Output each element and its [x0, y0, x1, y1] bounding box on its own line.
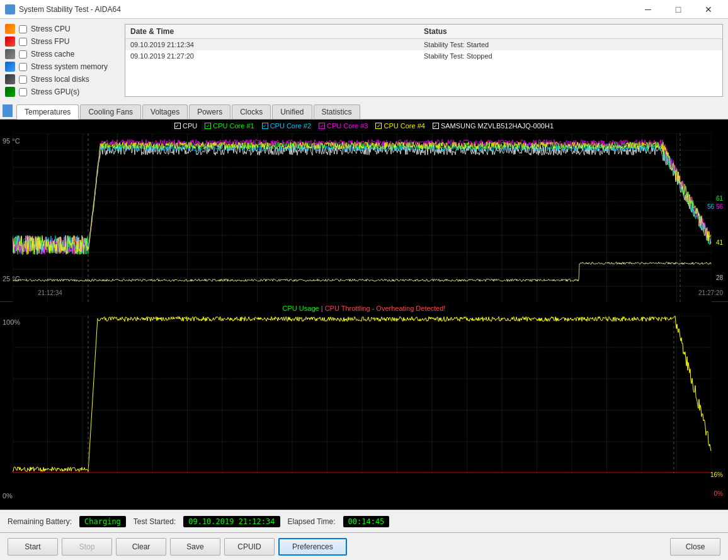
clear-button[interactable]: Clear [116, 538, 166, 556]
log-datetime-2: 09.10.2019 21:27:20 [130, 52, 424, 60]
cache-icon [5, 49, 15, 59]
log-panel: Date & Time Status 09.10.2019 21:12:34 S… [125, 24, 723, 97]
legend-core4[interactable]: ✓ CPU Core #4 [375, 122, 424, 130]
stress-gpu-label[interactable]: Stress GPU(s) [31, 87, 79, 96]
close-window-button[interactable]: ✕ [694, 0, 723, 19]
close-button[interactable]: Close [670, 538, 720, 556]
tabs-bar: Temperatures Cooling Fans Voltages Power… [0, 102, 728, 120]
stress-disk-checkbox[interactable] [19, 76, 27, 84]
val-56b: 56 [707, 203, 714, 210]
legend-core4-label: CPU Core #4 [384, 122, 424, 130]
legend-cpu-label: CPU [183, 122, 197, 130]
legend-core1[interactable]: ✓ CPU Core #1 [205, 122, 254, 130]
disk-icon [5, 74, 15, 84]
legend-core3[interactable]: ✓ CPU Core #3 [319, 122, 368, 130]
top-area: Stress CPU Stress FPU Stress cache Stres… [0, 19, 728, 102]
tab-clocks[interactable]: Clocks [232, 104, 271, 119]
log-header-datetime: Date & Time [130, 27, 424, 36]
stress-fpu-checkbox[interactable] [19, 38, 27, 46]
main-container: Stress CPU Stress FPU Stress cache Stres… [0, 19, 728, 560]
legend-samsung[interactable]: ✓ SAMSUNG MZVLB512HAJQ-000H1 [433, 122, 554, 130]
app-icon [5, 4, 15, 14]
stop-button[interactable]: Stop [62, 538, 112, 556]
chart-legend: ✓ CPU ✓ CPU Core #1 ✓ CPU Core #2 ✓ CPU … [0, 122, 728, 130]
log-datetime-1: 09.10.2019 21:12:34 [130, 41, 424, 48]
battery-label: Remaining Battery: [8, 517, 72, 526]
val-0: 0% [714, 490, 723, 497]
legend-core2[interactable]: ✓ CPU Core #2 [262, 122, 311, 130]
stress-fpu-label[interactable]: Stress FPU [31, 37, 69, 46]
legend-cpu[interactable]: ✓ CPU [174, 122, 197, 130]
stress-fpu-item: Stress FPU [5, 36, 118, 47]
checkbox-panel: Stress CPU Stress FPU Stress cache Stres… [5, 24, 118, 97]
chart-x-start: 21:12:34 [38, 289, 62, 296]
val-56a: 56 [716, 203, 723, 210]
val-41: 41 [716, 239, 723, 246]
log-status-1: Stability Test: Started [424, 41, 717, 48]
tab-indicator [3, 104, 13, 117]
legend-core1-label: CPU Core #1 [213, 122, 254, 130]
log-header: Date & Time Status [125, 25, 722, 39]
stress-mem-checkbox[interactable] [19, 63, 27, 71]
cpu-usage-label: CPU Usage [283, 305, 319, 312]
chart-y-min: 25 °C [3, 275, 20, 283]
stress-gpu-item: Stress GPU(s) [5, 87, 118, 97]
cpu-y-max: 100% [3, 318, 20, 326]
cpuid-button[interactable]: CPUID [224, 538, 275, 556]
legend-core3-label: CPU Core #3 [327, 122, 368, 130]
cpu-y-min: 0% [3, 492, 13, 500]
cpu-throttling-label: CPU Throttling - Overheating Detected! [325, 305, 446, 312]
minimize-button[interactable]: ─ [634, 0, 663, 19]
stress-disk-item: Stress local disks [5, 74, 118, 84]
legend-samsung-label: SAMSUNG MZVLB512HAJQ-000H1 [441, 122, 554, 130]
log-row-1: 09.10.2019 21:12:34 Stability Test: Star… [125, 39, 722, 50]
preferences-button[interactable]: Preferences [278, 538, 347, 556]
tab-statistics[interactable]: Statistics [314, 104, 360, 119]
title-bar: System Stability Test - AIDA64 ─ □ ✕ [0, 0, 728, 19]
stress-mem-label[interactable]: Stress system memory [31, 62, 108, 71]
mem-icon [5, 62, 15, 72]
stress-cpu-label[interactable]: Stress CPU [31, 25, 71, 33]
battery-value: Charging [79, 516, 126, 527]
button-bar: Start Stop Clear Save CPUID Preferences … [0, 532, 728, 560]
temperature-canvas [13, 133, 712, 303]
elapsed-value: 00:14:45 [343, 516, 390, 527]
tab-voltages[interactable]: Voltages [142, 104, 188, 119]
val-28: 28 [716, 274, 723, 281]
val-61: 61 [716, 195, 723, 202]
tab-cooling-fans[interactable]: Cooling Fans [80, 104, 141, 119]
tab-powers[interactable]: Powers [189, 104, 230, 119]
maximize-button[interactable]: □ [664, 0, 693, 19]
chart-x-end: 21:27:20 [698, 289, 723, 296]
cpu-usage-title: CPU Usage | CPU Throttling - Overheating… [0, 305, 728, 312]
stress-cpu-item: Stress CPU [5, 24, 118, 34]
fpu-icon [5, 36, 15, 47]
cpu-icon [5, 24, 15, 34]
chart-y-max: 95 °C [3, 137, 20, 145]
stress-cache-label[interactable]: Stress cache [31, 50, 74, 59]
log-row-2: 09.10.2019 21:27:20 Stability Test: Stop… [125, 50, 722, 62]
stress-cache-item: Stress cache [5, 49, 118, 59]
legend-core2-label: CPU Core #2 [270, 122, 311, 130]
window-controls: ─ □ ✕ [634, 0, 723, 19]
stress-cpu-checkbox[interactable] [19, 25, 27, 33]
tab-unified[interactable]: Unified [272, 104, 312, 119]
stress-mem-item: Stress system memory [5, 62, 118, 72]
log-header-status: Status [424, 27, 717, 36]
test-started-label: Test Started: [134, 517, 176, 526]
save-button[interactable]: Save [170, 538, 220, 556]
elapsed-label: Elapsed Time: [288, 517, 336, 526]
cpu-usage-canvas [13, 316, 712, 473]
stress-gpu-checkbox[interactable] [19, 88, 27, 96]
test-started-value: 09.10.2019 21:12:34 [183, 516, 280, 527]
stress-disk-label[interactable]: Stress local disks [31, 75, 89, 84]
temperature-chart: ✓ CPU ✓ CPU Core #1 ✓ CPU Core #2 ✓ CPU … [0, 120, 728, 302]
start-button[interactable]: Start [8, 538, 58, 556]
stress-cache-checkbox[interactable] [19, 50, 27, 59]
tab-temperatures[interactable]: Temperatures [16, 104, 79, 120]
charts-area: ✓ CPU ✓ CPU Core #1 ✓ CPU Core #2 ✓ CPU … [0, 120, 728, 510]
window-title: System Stability Test - AIDA64 [19, 5, 634, 14]
cpu-usage-chart: CPU Usage | CPU Throttling - Overheating… [0, 302, 728, 510]
gpu-icon [5, 87, 15, 97]
log-status-2: Stability Test: Stopped [424, 52, 717, 60]
